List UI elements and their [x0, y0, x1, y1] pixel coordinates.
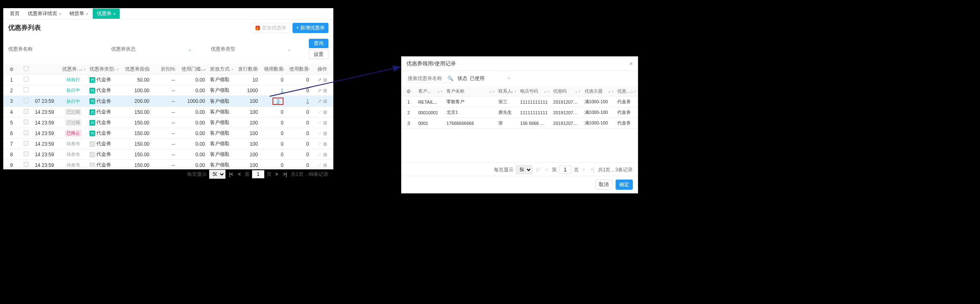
col-header[interactable]: 优惠主题: [585, 89, 603, 93]
sort-icon[interactable]: ▲▼: [304, 68, 310, 70]
coupon-type-text: 代金券: [96, 130, 111, 136]
distribute-coupon-button: 🎁发放优惠券: [251, 23, 290, 33]
sort-icon[interactable]: ▲▼: [200, 68, 207, 70]
gear-icon[interactable]: ⚙: [9, 67, 14, 72]
per-page-select[interactable]: 50: [209, 170, 225, 179]
last-page-button[interactable]: >|: [589, 167, 596, 173]
next-page-button[interactable]: >: [274, 171, 279, 177]
row-number: 2: [3, 85, 20, 96]
qrcode-icon[interactable]: ⊞: [323, 98, 327, 104]
search-icon[interactable]: 🔍: [447, 75, 453, 81]
confirm-button[interactable]: 确定: [616, 180, 633, 190]
table-row[interactable]: 5 14 23:59 已过期 代代金券 150.00 -- 0.00 客户领取 …: [3, 118, 333, 128]
qrcode-icon[interactable]: ⊞: [323, 120, 327, 126]
qrcode-icon[interactable]: ⊞: [323, 88, 327, 93]
modal-status-select[interactable]: 已使用⌄: [470, 75, 511, 82]
row-number: 4: [3, 107, 20, 118]
cancel-button[interactable]: 取消: [595, 180, 612, 190]
row-checkbox[interactable]: [24, 77, 29, 82]
col-header[interactable]: 优惠券类型: [89, 66, 114, 72]
row-use: 0: [286, 139, 311, 149]
tab-sales-order[interactable]: 销货单×: [65, 9, 92, 19]
sort-icon[interactable]: ▲▼: [630, 90, 637, 92]
page-input[interactable]: [559, 166, 571, 174]
qrcode-icon[interactable]: ⊞: [323, 131, 327, 136]
phone: 11111111111: [518, 107, 551, 118]
query-button[interactable]: 查询: [309, 39, 328, 48]
close-icon[interactable]: ×: [113, 11, 116, 16]
table-row[interactable]: 3 0001 17666666666 张 156 6666 ... 201912…: [402, 118, 638, 129]
sort-icon[interactable]: ▲▼: [489, 90, 495, 92]
close-icon[interactable]: ×: [86, 11, 88, 16]
table-row[interactable]: 4 14 23:59 已过期 代代金券 150.00 -- 0.00 客户领取 …: [3, 107, 333, 118]
col-header[interactable]: 联系人: [498, 89, 512, 93]
table-row[interactable]: 1 RETAIL... 零散客户 张三 11111111111 20191207…: [402, 97, 638, 107]
sort-icon[interactable]: ▲▼: [170, 68, 176, 70]
row-threshold: 0.00: [177, 85, 208, 96]
table-row[interactable]: 3 07 23:59 执行中 代代金券 200.00 -- 1000.00 客户…: [3, 96, 333, 107]
col-header[interactable]: 客户...: [418, 89, 431, 93]
per-page-label: 每页显示: [494, 166, 513, 173]
table-row[interactable]: 1 待执行 代代金券 50.00 -- 0.00 客户领取 10 0 0 ↗⊞: [3, 75, 333, 85]
close-icon[interactable]: ×: [630, 60, 633, 67]
sort-icon[interactable]: ▲▼: [145, 68, 151, 70]
contact: 唐先生: [496, 107, 518, 118]
last-page-button[interactable]: >|: [282, 171, 288, 177]
table-row[interactable]: 2 00010001 北京1 唐先生 11111111111 20191207O…: [402, 107, 638, 118]
table-row[interactable]: 6 14 23:59 已终止 代代金券 150.00 -- 0.00 客户领取 …: [3, 128, 333, 139]
filter-name-input[interactable]: [34, 45, 83, 53]
page-input[interactable]: [252, 170, 264, 178]
sort-icon[interactable]: ▲▼: [608, 90, 614, 92]
col-header[interactable]: 优惠码: [553, 89, 567, 93]
table-row[interactable]: 2 执行中 代代金券 100.00 -- 0.00 客户领取 1000 1 0 …: [3, 85, 333, 96]
next-page-button[interactable]: >: [581, 167, 587, 173]
qrcode-icon[interactable]: ⊞: [323, 77, 327, 83]
prev-page-button[interactable]: <: [237, 171, 242, 177]
share-icon[interactable]: ↗: [317, 98, 321, 104]
tab-bar: 首页 优惠券详情页× 销货单× 优惠券×: [3, 8, 333, 20]
table-row[interactable]: 9 14 23:59 待发布 代代金券 150.00 -- 0.00 客户领取 …: [3, 160, 333, 167]
settings-button[interactable]: 设置: [309, 50, 328, 59]
gear-icon[interactable]: ⚙: [406, 89, 411, 94]
sort-icon[interactable]: ▲▼: [228, 68, 234, 70]
qrcode-icon[interactable]: ⊞: [323, 141, 327, 147]
tab-label: 优惠券详情页: [28, 10, 57, 17]
share-icon[interactable]: ↗: [317, 88, 321, 93]
claim-count-link[interactable]: 1: [281, 88, 284, 93]
sort-icon[interactable]: ▲▼: [113, 68, 119, 70]
row-discount: --: [152, 118, 177, 128]
use-count-link[interactable]: 1: [306, 98, 309, 104]
sort-icon[interactable]: ▲▼: [543, 90, 550, 92]
col-header[interactable]: 客户名称: [446, 89, 464, 93]
tab-coupon[interactable]: 优惠券×: [93, 9, 120, 19]
search-input[interactable]: [406, 74, 447, 82]
select-all-checkbox[interactable]: [24, 66, 29, 71]
row-discount: --: [152, 96, 177, 107]
qrcode-icon[interactable]: ⊞: [323, 109, 327, 115]
tab-coupon-detail[interactable]: 优惠券详情页×: [24, 9, 65, 19]
first-page-button[interactable]: |<: [535, 167, 541, 173]
sort-icon[interactable]: ▲▼: [253, 68, 260, 70]
claim-count-link[interactable]: 3: [277, 98, 279, 104]
share-icon[interactable]: ↗: [317, 77, 321, 83]
sort-icon[interactable]: ▲▼: [575, 90, 581, 92]
table-row[interactable]: 8 14 23:59 待发布 代代金券 150.00 -- 0.00 客户领取 …: [3, 149, 333, 160]
row-checkbox[interactable]: [24, 87, 29, 92]
col-header[interactable]: 发放方式: [210, 66, 230, 72]
table-row[interactable]: 7 14 23:59 待发布 代代金券 150.00 -- 0.00 客户领取 …: [3, 139, 333, 149]
prev-page-button[interactable]: <: [544, 167, 549, 173]
qrcode-icon[interactable]: ⊞: [323, 152, 327, 158]
sort-icon[interactable]: ▲▼: [80, 68, 86, 70]
qrcode-icon[interactable]: ⊞: [323, 162, 327, 167]
row-amount: 150.00: [120, 160, 152, 167]
col-header[interactable]: 电话号码: [520, 89, 538, 93]
first-page-button[interactable]: |<: [228, 171, 234, 177]
tab-home[interactable]: 首页: [6, 9, 24, 19]
sort-icon[interactable]: ▲▼: [511, 90, 517, 92]
close-icon[interactable]: ×: [59, 11, 61, 16]
per-page-select[interactable]: 50: [516, 165, 532, 174]
sort-icon[interactable]: ▲▼: [279, 68, 285, 70]
add-coupon-button[interactable]: + 新增优惠券: [292, 23, 328, 33]
sort-icon[interactable]: ▲▼: [437, 90, 443, 92]
row-checkbox[interactable]: [24, 98, 29, 103]
